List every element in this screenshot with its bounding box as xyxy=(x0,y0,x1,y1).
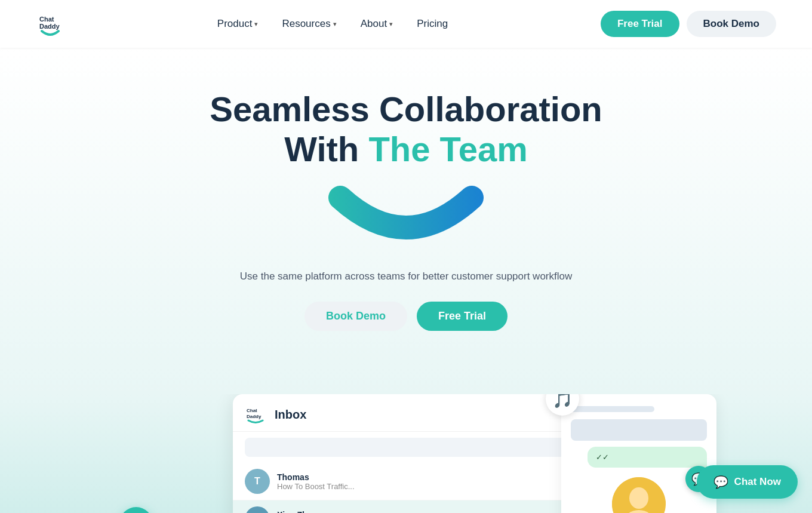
navbar: Chat Daddy Product ▾ Resources ▾ About ▾ xyxy=(0,0,812,48)
right-panel-bar2 xyxy=(571,419,707,441)
chat-bubble: ✓✓ xyxy=(588,447,707,468)
svg-point-5 xyxy=(629,487,648,509)
free-trial-hero-button[interactable]: Free Trial xyxy=(417,302,508,331)
logo-icon: Chat Daddy xyxy=(36,10,64,38)
chevron-down-icon: ▾ xyxy=(254,20,258,28)
right-panel-avatar xyxy=(612,477,666,513)
book-demo-hero-button[interactable]: Book Demo xyxy=(304,302,407,331)
navbar-actions: Free Trial Book Demo xyxy=(601,11,776,37)
hero-smile-graphic xyxy=(322,180,490,257)
inbox-item-thomas-info: Thomas How To Boost Traffic... xyxy=(277,472,355,491)
nav-product[interactable]: Product ▾ xyxy=(208,13,268,35)
right-panel-bar1 xyxy=(571,406,654,412)
chevron-down-icon: ▾ xyxy=(333,20,337,28)
inbox-title: Inbox xyxy=(275,408,306,422)
nav-about[interactable]: About ▾ xyxy=(351,13,402,35)
inbox-item-thomas[interactable]: T Thomas How To Boost Traffic... xyxy=(233,463,579,500)
free-trial-button[interactable]: Free Trial xyxy=(601,11,679,37)
chevron-down-icon: ▾ xyxy=(389,20,393,28)
inbox-card: Chat Daddy Inbox T Thomas How To Boost T… xyxy=(233,394,579,513)
preview-section: 💬 🎵 Chat Daddy Inbox T Thomas How To B xyxy=(0,394,812,513)
chat-widget-float[interactable]: 💬 xyxy=(119,507,153,513)
avatar-xian: X xyxy=(245,506,270,513)
svg-text:Chat: Chat xyxy=(39,16,54,23)
whatsapp-icon: 💬 xyxy=(713,475,728,489)
svg-text:Daddy: Daddy xyxy=(247,414,262,419)
hero-title: Seamless Collaboration With The Team xyxy=(167,90,645,169)
preview-container: 💬 🎵 Chat Daddy Inbox T Thomas How To B xyxy=(78,394,734,513)
person-avatar-icon xyxy=(612,477,666,513)
right-panel: ✓✓ 💬 xyxy=(561,394,716,513)
logo[interactable]: Chat Daddy xyxy=(36,10,64,38)
nav-menu: Product ▾ Resources ▾ About ▾ Pricing xyxy=(208,13,457,35)
svg-text:Daddy: Daddy xyxy=(39,23,60,30)
avatar-thomas: T xyxy=(245,469,270,494)
book-demo-nav-button[interactable]: Book Demo xyxy=(687,11,776,37)
inbox-search-bar[interactable] xyxy=(245,438,567,457)
nav-pricing[interactable]: Pricing xyxy=(407,13,457,35)
inbox-logo-icon: Chat Daddy xyxy=(245,404,266,425)
svg-text:Chat: Chat xyxy=(247,408,257,413)
inbox-item-xian-info: Xian Zhou Internet Banner... xyxy=(277,510,337,514)
chat-now-button[interactable]: 💬 Chat Now xyxy=(697,465,798,499)
inbox-header: Chat Daddy Inbox xyxy=(233,394,579,432)
hero-cta-buttons: Book Demo Free Trial xyxy=(12,302,800,331)
hero-section: Seamless Collaboration With The Team Use… xyxy=(0,48,812,394)
inbox-item-xian[interactable]: X Xian Zhou Internet Banner... xyxy=(233,500,579,513)
hero-subtitle: Use the same platform across teams for b… xyxy=(239,271,573,282)
nav-resources[interactable]: Resources ▾ xyxy=(272,13,346,35)
